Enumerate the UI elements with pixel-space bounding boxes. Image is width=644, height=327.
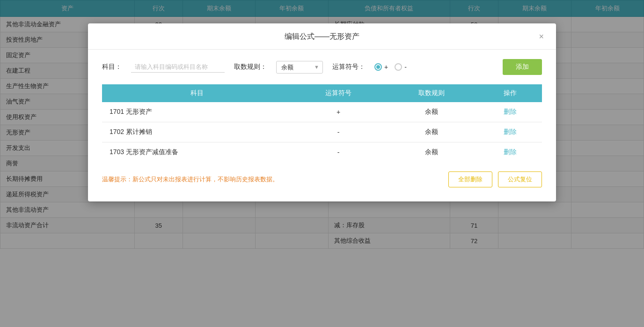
operator-radio-group: + - bbox=[374, 63, 407, 71]
edit-formula-dialog: 编辑公式——无形资产 × 科目： 取数规则： 余额 借方 贷方 借方发生额 贷方… bbox=[88, 23, 556, 201]
dialog-header: 编辑公式——无形资产 × bbox=[88, 23, 556, 50]
subject-label: 科目： bbox=[102, 63, 122, 71]
col-subject-header: 科目 bbox=[102, 84, 292, 102]
table-row: 1703 无形资产减值准备 - 余额 删除 bbox=[102, 142, 542, 163]
formula-subject: 1701 无形资产 bbox=[102, 102, 292, 122]
formula-rule: 余额 bbox=[385, 102, 478, 122]
formula-table-wrapper: 科目 运算符号 取数规则 操作 1701 无形资产 + 余额 删除 1702 累… bbox=[102, 84, 542, 162]
dialog-footer: 温馨提示：新公式只对未出报表进行计算，不影响历史报表数据。 全部删除 公式复位 bbox=[88, 162, 556, 187]
subject-input[interactable] bbox=[131, 61, 225, 73]
formula-action: 删除 bbox=[478, 142, 542, 163]
delete-link[interactable]: 删除 bbox=[504, 128, 517, 135]
close-button[interactable]: × bbox=[536, 30, 547, 43]
footer-hint: 温馨提示：新公式只对未出报表进行计算，不影响历史报表数据。 bbox=[102, 175, 278, 184]
radio-minus-circle bbox=[395, 63, 402, 71]
reset-formula-button[interactable]: 公式复位 bbox=[498, 171, 542, 187]
delete-link[interactable]: 删除 bbox=[504, 108, 517, 115]
col-operator-header: 运算符号 bbox=[292, 84, 385, 102]
rule-label: 取数规则： bbox=[234, 63, 267, 71]
radio-plus-circle bbox=[374, 63, 382, 71]
delete-link[interactable]: 删除 bbox=[504, 148, 517, 156]
add-button[interactable]: 添加 bbox=[503, 59, 542, 75]
rule-select[interactable]: 余额 借方 贷方 借方发生额 贷方发生额 bbox=[276, 61, 323, 74]
operator-plus-radio[interactable]: + bbox=[374, 63, 388, 71]
formula-operator: - bbox=[292, 142, 385, 163]
operator-minus-radio[interactable]: - bbox=[395, 63, 407, 71]
table-row: 1701 无形资产 + 余额 删除 bbox=[102, 102, 542, 122]
formula-subject: 1702 累计摊销 bbox=[102, 122, 292, 142]
formula-operator: + bbox=[292, 102, 385, 122]
table-row: 1702 累计摊销 - 余额 删除 bbox=[102, 122, 542, 142]
radio-plus-label: + bbox=[384, 63, 388, 71]
formula-action: 删除 bbox=[478, 102, 542, 122]
footer-buttons: 全部删除 公式复位 bbox=[448, 171, 542, 187]
formula-operator: - bbox=[292, 122, 385, 142]
operator-label: 运算符号： bbox=[332, 63, 365, 71]
rule-select-wrapper: 余额 借方 贷方 借方发生额 贷方发生额 ▼ bbox=[276, 61, 323, 74]
formula-rule: 余额 bbox=[385, 122, 478, 142]
radio-minus-label: - bbox=[404, 63, 407, 71]
formula-rule: 余额 bbox=[385, 142, 478, 163]
formula-subject: 1703 无形资产减值准备 bbox=[102, 142, 292, 163]
delete-all-button[interactable]: 全部删除 bbox=[448, 171, 492, 187]
col-action-header: 操作 bbox=[478, 84, 542, 102]
col-rule-header: 取数规则 bbox=[385, 84, 478, 102]
formula-table: 科目 运算符号 取数规则 操作 1701 无形资产 + 余额 删除 1702 累… bbox=[102, 84, 542, 162]
formula-action: 删除 bbox=[478, 122, 542, 142]
dialog-title: 编辑公式——无形资产 bbox=[285, 32, 359, 42]
form-row: 科目： 取数规则： 余额 借方 贷方 借方发生额 贷方发生额 ▼ 运算符号： +… bbox=[88, 50, 556, 84]
